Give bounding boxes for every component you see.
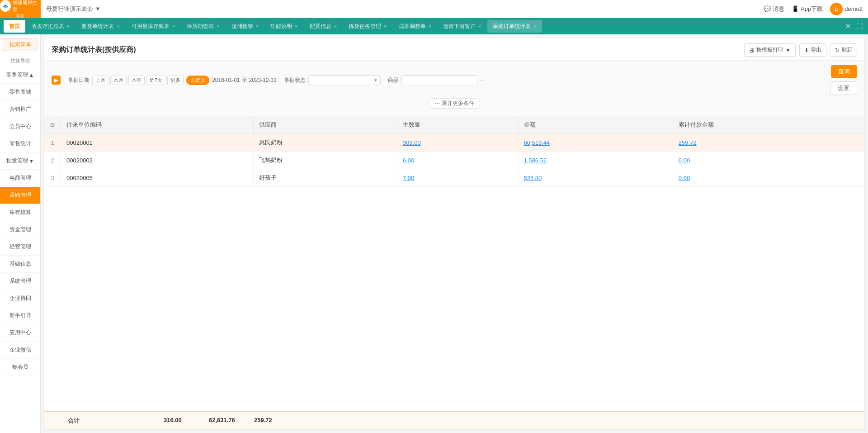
sidebar-item-apps[interactable]: 应用中心 [0,324,40,342]
row-supplier: 惠氏奶粉 [253,134,397,152]
refresh-button[interactable]: ↻ 刷新 [830,43,857,57]
filter-toggle[interactable]: ▶ [52,76,61,85]
col-settings-header[interactable]: ⚙ [44,116,61,134]
sidebar-item-wholesale[interactable]: 批发管理 ▼ [0,152,40,170]
sidebar-item-retail[interactable]: 零售管理 ▲ [0,67,40,84]
row-paid[interactable]: 0.00 [673,169,864,187]
footer-paid: 259.72 [249,417,294,425]
sidebar-item-basic[interactable]: 基础信息 [0,256,40,273]
logo-name: 畅捷通好生意 [13,0,41,13]
tab-close-overstock-warning[interactable]: × [256,24,259,29]
tab-picking-task[interactable]: 拣货任务管理 × [343,20,392,33]
row-code: 00020001 [61,134,254,152]
content-inner: 采购订单统计表(按供应商) 🖨 按模板打印 ▼ ⬇ 导出 ↻ 刷新 [44,38,864,429]
table-footer: 合计 316.00 62,631.76 259.72 [44,411,864,429]
message-action[interactable]: 💬 消息 [764,5,784,13]
sidebar-item-purchase[interactable]: 采购管理 [0,187,40,204]
row-qty[interactable]: 6.00 [397,152,518,169]
tab-close-config-info[interactable]: × [334,24,337,29]
date-btn-7days[interactable]: 近7天 [146,76,165,85]
sidebar-item-operations[interactable]: 经营管理 [0,238,40,256]
more-filters-icon[interactable]: ··· [480,77,485,83]
export-button[interactable]: ⬇ 导出 [799,43,826,57]
query-button[interactable]: 查询 [831,65,857,78]
row-qty[interactable]: 303.00 [397,134,518,152]
date-btn-more[interactable]: 更多 [167,76,184,85]
date-btn-this-month[interactable]: 本月 [110,76,127,85]
expand-more-button[interactable]: ⋯ 展开更多条件 [429,98,480,109]
sidebar-quick-nav[interactable]: 快捷导航 [0,55,40,67]
tab-goods-summary[interactable]: 要货单统计表 × [76,20,125,33]
tab-purchase-summary[interactable]: 采购订单统计表 × [487,20,542,33]
sidebar-item-finance[interactable]: 资金管理 [0,221,40,238]
avatar: E [830,3,843,15]
tab-config-info[interactable]: 配置信息 × [304,20,342,33]
row-amount[interactable]: 60,519.44 [518,134,673,152]
row-paid[interactable]: 259.72 [673,134,864,152]
sidebar-logo: 🐟 畅捷通好生意 标版 [0,0,41,18]
row-paid[interactable]: 0.00 [673,152,864,169]
mobile-icon: 📱 [792,5,799,12]
tab-receive-summary[interactable]: 收发存汇总表 × [26,20,75,33]
sidebar-item-retail-shop[interactable]: 零售商城 [0,84,40,101]
row-qty[interactable]: 7.00 [397,169,518,187]
nav-close-btn[interactable]: ✕ [844,22,853,31]
sidebar-item-ecommerce[interactable]: 电商管理 [0,170,40,187]
sidebar-item-marketing[interactable]: 营销推广 [0,101,40,118]
row-amount[interactable]: 525.80 [518,169,673,187]
tab-close-receive-summary[interactable]: × [67,24,70,29]
goods-input[interactable] [401,75,477,85]
tab-close-expiry-query[interactable]: × [217,24,219,29]
tab-close-picking-task[interactable]: × [384,24,387,29]
row-index: 3 [44,169,61,187]
tab-function-desc[interactable]: 功能说明 × [265,20,303,33]
date-filter-label: 单据日期 [68,76,90,84]
user-avatar-action[interactable]: E demo2 [830,3,863,15]
status-select[interactable] [308,75,381,85]
date-quick-buttons: 上月 本月 本年 近7天 更多 [92,76,184,85]
printer-icon: 🖨 [749,47,755,53]
workspace-name[interactable]: 母婴行业演示账套 ▼ [46,5,101,13]
chevron-down-icon: ▼ [29,158,34,164]
sidebar-item-wechat[interactable]: 企业微信 [0,342,40,359]
sidebar-item-vip[interactable]: 畅会员 [0,359,40,376]
message-icon: 💬 [764,5,771,12]
date-btn-custom[interactable]: 自定义 [186,76,209,85]
table-body: 1 00020001 惠氏奶粉 303.00 60,519.44 259.72 … [44,134,864,187]
tab-overstock-warning[interactable]: 超储预警 × [226,20,264,33]
tab-home[interactable]: 首页 [4,20,25,33]
sidebar-item-enterprise[interactable]: 企业协同 [0,290,40,307]
template-print-button[interactable]: 🖨 按模板打印 ▼ [744,43,796,57]
sidebar-search-button[interactable]: 搜索菜单 [3,38,38,51]
tab-close-purchase-summary[interactable]: × [533,24,536,29]
row-amount[interactable]: 1,586.52 [518,152,673,169]
date-btn-last-month[interactable]: 上月 [92,76,108,85]
tab-close-available-inventory[interactable]: × [172,24,175,29]
page-title: 采购订单统计表(按供应商) [52,45,136,55]
tab-close-goods-summary[interactable]: × [117,24,119,29]
sidebar-item-retail-stats[interactable]: 零售统计 [0,135,40,152]
footer-qty: 316.00 [158,417,203,425]
row-index: 2 [44,152,61,169]
tab-expiry-query[interactable]: 保质期查询 × [181,20,225,33]
sidebar-item-guide[interactable]: 新手引导 [0,307,40,324]
tab-close-cost-adjust[interactable]: × [429,24,431,29]
tab-cost-adjust[interactable]: 成本调整单 × [393,20,437,33]
row-code: 00020002 [61,152,254,169]
filter-date-item: 单据日期 上月 本月 本年 近7天 更多 自定义 2016-01-01 至 [68,76,277,85]
sidebar-item-system[interactable]: 系统管理 [0,273,40,290]
row-supplier: 好孩子 [253,169,397,187]
data-table: ⚙ 往来单位编码 供应商 主数量 金额 累计付款金额 1 00020001 惠氏 [44,116,864,187]
date-btn-this-year[interactable]: 本年 [128,76,145,85]
footer-amount: 62,631.76 [203,417,249,425]
tab-close-function-desc[interactable]: × [295,24,297,29]
setting-button[interactable]: 设置 [830,81,857,95]
sidebar-item-member[interactable]: 会员中心 [0,118,40,135]
filter-goods-item: 商品 ··· [388,75,485,85]
tab-available-inventory[interactable]: 可用量库存账本 × [126,20,180,33]
tab-invite-downstream[interactable]: 邀请下游客户 × [438,20,486,33]
nav-maximize-btn[interactable]: ⛶ [854,22,864,31]
sidebar-item-inventory[interactable]: 库存核算 [0,204,40,221]
app-download-action[interactable]: 📱 App下载 [792,5,823,13]
tab-close-invite-downstream[interactable]: × [478,24,481,29]
